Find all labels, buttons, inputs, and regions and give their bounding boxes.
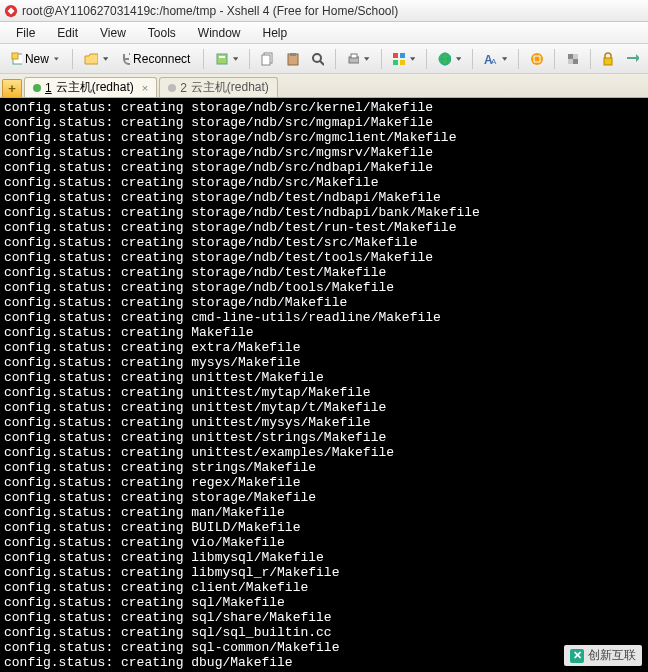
- svg-rect-14: [400, 53, 405, 58]
- transparency-button[interactable]: [561, 48, 584, 70]
- copy-icon: [261, 52, 274, 66]
- profiles-button[interactable]: [210, 48, 243, 70]
- window-titlebar: root@AY110627031419c:/home/tmp - Xshell …: [0, 0, 648, 22]
- color-scheme-button[interactable]: [387, 48, 420, 70]
- new-icon: [11, 52, 22, 66]
- reconnect-button[interactable]: Reconnect: [115, 48, 197, 70]
- svg-point-22: [531, 53, 543, 65]
- copy-button[interactable]: [256, 48, 279, 70]
- reconnect-label: Reconnect: [133, 52, 190, 66]
- chevron-down-icon: [233, 57, 238, 61]
- menu-edit[interactable]: Edit: [47, 24, 88, 42]
- separator: [472, 49, 473, 69]
- svg-rect-8: [290, 53, 296, 56]
- svg-rect-25: [573, 59, 578, 64]
- search-icon: [311, 52, 324, 66]
- close-icon[interactable]: ×: [142, 82, 148, 94]
- chevron-down-icon: [456, 57, 461, 61]
- menu-help[interactable]: Help: [253, 24, 298, 42]
- print-button[interactable]: [342, 48, 375, 70]
- toolbar: New Reconnect AA: [0, 44, 648, 74]
- lock-icon: [601, 52, 614, 66]
- chevron-down-icon: [410, 57, 415, 61]
- font-icon: AA: [484, 52, 497, 66]
- watermark: ✕ 创新互联: [564, 645, 642, 666]
- paste-icon: [286, 52, 299, 66]
- svg-rect-24: [568, 54, 573, 59]
- window-title: root@AY110627031419c:/home/tmp - Xshell …: [22, 4, 398, 18]
- menu-view[interactable]: View: [90, 24, 136, 42]
- tab-index: 2: [180, 81, 187, 95]
- svg-rect-26: [604, 58, 612, 65]
- chevron-down-icon: [364, 57, 369, 61]
- menu-tools[interactable]: Tools: [138, 24, 186, 42]
- tab-label: 云主机(redhat): [56, 79, 134, 96]
- svg-point-9: [313, 54, 321, 62]
- new-label: New: [25, 52, 49, 66]
- printer-icon: [347, 52, 360, 66]
- svg-rect-4: [219, 56, 225, 58]
- svg-line-10: [320, 61, 324, 65]
- new-button[interactable]: New: [4, 48, 66, 70]
- transparency-icon: [566, 52, 579, 66]
- svg-rect-12: [351, 54, 357, 58]
- reconnect-icon: [122, 52, 130, 66]
- paste-button[interactable]: [281, 48, 304, 70]
- separator: [72, 49, 73, 69]
- svg-rect-15: [393, 60, 398, 65]
- fullscreen-button[interactable]: [525, 48, 548, 70]
- status-dot-icon: [33, 84, 41, 92]
- app-icon: [4, 4, 18, 18]
- profiles-icon: [215, 52, 228, 66]
- folder-open-icon: [84, 52, 98, 66]
- svg-rect-3: [217, 54, 227, 64]
- color-grid-icon: [392, 52, 405, 66]
- menubar: File Edit View Tools Window Help: [0, 22, 648, 44]
- session-tabbar: + 1 云主机(redhat) × 2 云主机(redhat): [0, 74, 648, 98]
- status-dot-icon: [168, 84, 176, 92]
- separator: [426, 49, 427, 69]
- svg-rect-16: [400, 60, 405, 65]
- chevron-down-icon: [103, 57, 108, 61]
- chevron-down-icon: [502, 57, 507, 61]
- separator: [518, 49, 519, 69]
- terminal-text: config.status: creating storage/ndb/src/…: [4, 100, 644, 670]
- svg-text:A: A: [491, 57, 497, 66]
- open-button[interactable]: [79, 48, 114, 70]
- session-tab-1[interactable]: 1 云主机(redhat) ×: [24, 77, 157, 97]
- watermark-text: 创新互联: [588, 647, 636, 664]
- tab-index: 1: [45, 81, 52, 95]
- new-tab-button[interactable]: +: [2, 79, 22, 97]
- session-tab-2[interactable]: 2 云主机(redhat): [159, 77, 278, 97]
- globe-icon: [438, 52, 451, 66]
- svg-rect-2: [12, 53, 18, 59]
- menu-file[interactable]: File: [6, 24, 45, 42]
- svg-rect-6: [262, 55, 270, 65]
- tab-label: 云主机(redhat): [191, 79, 269, 96]
- separator: [249, 49, 250, 69]
- chevron-down-icon: [54, 57, 59, 61]
- svg-rect-13: [393, 53, 398, 58]
- separator: [203, 49, 204, 69]
- separator: [335, 49, 336, 69]
- fullscreen-icon: [530, 52, 543, 66]
- encoding-button[interactable]: [433, 48, 466, 70]
- separator: [554, 49, 555, 69]
- transfer-icon: [626, 52, 639, 66]
- separator: [381, 49, 382, 69]
- menu-window[interactable]: Window: [188, 24, 251, 42]
- watermark-icon: ✕: [570, 649, 584, 663]
- terminal-output[interactable]: config.status: creating storage/ndb/src/…: [0, 98, 648, 672]
- find-button[interactable]: [306, 48, 329, 70]
- xftp-button[interactable]: [621, 48, 644, 70]
- separator: [590, 49, 591, 69]
- tunneling-button[interactable]: [596, 48, 619, 70]
- font-button[interactable]: AA: [479, 48, 512, 70]
